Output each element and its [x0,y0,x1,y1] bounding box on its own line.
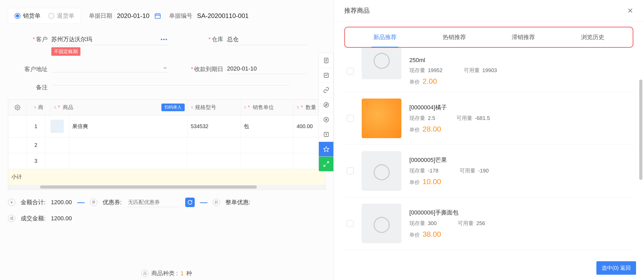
col-header-product[interactable]: ⇅*商品 扫码录入 [51,100,188,115]
tool-chart-icon[interactable] [319,68,334,83]
discount-icon: 折 [213,199,220,206]
item-checkbox[interactable] [347,68,354,75]
customer-lookup-icon[interactable]: ••• [161,36,168,43]
avail-label: 可用量 [464,67,480,73]
coupon-input[interactable] [127,198,180,207]
price-label: 单价 [409,232,420,238]
svg-marker-16 [324,147,329,152]
svg-rect-0 [155,14,160,18]
calendar-icon[interactable] [154,12,161,19]
row-index: 1 [27,115,45,137]
remark-label: 备注 [36,84,48,91]
product-thumb [51,120,64,133]
vertical-scrollbar[interactable] [639,80,642,180]
doc-date-value[interactable]: 2020-01-10 [117,12,149,20]
selected-return-button[interactable]: 选中(0) 返回 [596,261,636,275]
line-items-table: ⇅商 ⇅*商品 扫码录入 ⇅规格型号 ⇅*销售单位 ⇅*数量 1 果倍爽 534… [8,99,325,190]
col-header-spec[interactable]: ⇅规格型号 [188,100,241,115]
table-row[interactable]: 3 [8,153,325,169]
gear-icon[interactable] [8,100,27,115]
tool-delete-icon[interactable] [319,112,334,127]
radio-unchecked-icon [48,13,54,19]
table-row[interactable]: 1 果倍爽 534532 包 400.00 [8,115,325,137]
side-toolbar: ¥ [319,53,334,172]
warehouse-value[interactable]: 总仓 [227,35,239,43]
row-index: 2 [27,137,45,153]
cell-spec[interactable] [188,137,241,153]
svg-text:¥: ¥ [325,133,327,136]
tool-exchange-icon[interactable] [319,97,334,112]
cell-product[interactable]: 果倍爽 [69,115,188,137]
scan-input-button[interactable]: 扫码录入 [161,104,185,111]
address-label: 客户地址 [24,66,48,72]
doc-date-label: 单据日期 [89,12,112,20]
stock-label: 现存量 [409,67,425,73]
stock-label: 现存量 [409,220,425,226]
product-image [362,99,401,138]
avail-value: -681.5 [475,115,490,121]
product-image: ◯ [362,48,401,79]
tool-star-icon[interactable] [319,142,334,157]
cell-product[interactable] [69,153,188,169]
close-icon[interactable] [627,7,633,14]
tool-link-icon[interactable] [319,83,334,97]
recommend-item: ◯ [0000006]手撕面包 现存量300 可用量256 单价38.00 [344,197,633,250]
avail-value: 19903 [482,67,497,73]
refresh-coupon-button[interactable] [185,198,195,207]
recommend-tab[interactable]: 滞销推荐 [506,31,540,43]
summary-icon: 品 [141,270,149,277]
recommend-tab[interactable]: 浏览历史 [576,31,610,43]
tool-expand-icon[interactable] [319,157,334,171]
avail-label: 可用量 [456,115,472,121]
chevron-down-icon[interactable] [162,65,168,71]
price-value: 28.00 [423,125,441,133]
recommend-item: ◯ 250ml 现存量19952 可用量19903 单价2.00 [344,50,633,92]
avail-value: 256 [476,220,485,226]
cell-spec[interactable]: 534532 [188,115,241,137]
summary-label: 商品种类 : [151,269,178,277]
col-header-image[interactable]: ⇅商 [27,100,51,115]
fixed-period-badge: 不固定账期 [51,47,80,56]
due-date-value[interactable]: 2020-01-10 [227,65,257,72]
radio-sales-order[interactable]: 销货单 [15,12,40,20]
row-index: 3 [27,153,45,169]
cell-unit[interactable]: 包 [241,115,293,137]
stock-value: -178 [428,168,438,174]
summary-unit: 种 [186,269,192,277]
deal-amount-label: 成交金额: [21,214,46,222]
amount-total-value: 1200.00 [51,199,72,206]
item-checkbox[interactable] [347,220,354,227]
currency-icon: ¥ [8,199,15,206]
price-value: 10.00 [423,178,441,186]
cell-product[interactable] [69,137,188,153]
coupon-icon: 券 [90,199,97,206]
table-row[interactable]: 2 [8,137,325,153]
price-label: 单价 [409,79,420,85]
radio-checked-icon [15,13,20,19]
tool-currency-icon[interactable]: ¥ [319,127,334,142]
avail-value: -190 [478,168,489,174]
deal-icon: 成 [8,215,15,222]
recommend-item: [0000004]橘子 现存量2.5 可用量-681.5 单价28.00 [344,92,633,145]
avail-label: 可用量 [460,168,475,174]
cell-spec[interactable] [188,153,241,169]
col-header-unit[interactable]: ⇅*销售单位 [241,100,293,115]
price-value: 38.00 [423,230,441,238]
cell-unit[interactable] [241,137,293,153]
deal-amount-value: 1200.00 [51,215,72,222]
radio-return-order[interactable]: 退货单 [48,12,74,20]
customer-value[interactable]: 苏州万达沃尔玛 [51,35,92,43]
item-name: [0000006]手撕面包 [409,209,631,217]
horizontal-scrollbar[interactable] [8,185,325,189]
customer-label: 客户 [36,36,48,43]
recommend-tab[interactable]: 热销推荐 [437,31,471,43]
price-label: 单价 [409,127,420,133]
item-checkbox[interactable] [347,115,354,122]
cell-unit[interactable] [241,153,293,169]
item-checkbox[interactable] [347,167,354,174]
subtotal-label: 小计 [8,169,51,185]
tool-note-icon[interactable] [319,53,334,68]
item-name: 250ml [409,57,631,64]
recommend-tab[interactable]: 新品推荐 [368,31,402,43]
minus-icon: — [77,198,85,207]
